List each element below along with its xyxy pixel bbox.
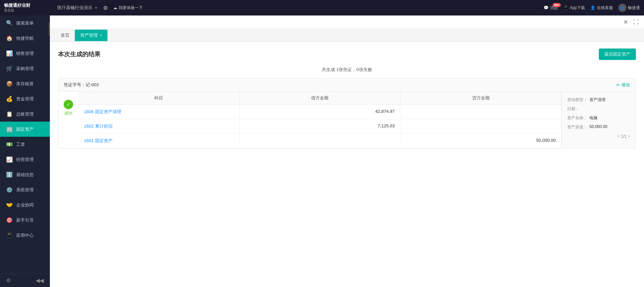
subject-cell-2[interactable]: 1602 累计折旧 bbox=[79, 119, 240, 133]
scrollbar-thumb[interactable] bbox=[49, 22, 50, 36]
sidebar-item-purchase[interactable]: 🛒 采购管理 bbox=[0, 61, 50, 76]
tab-close-icon[interactable]: × bbox=[100, 33, 102, 38]
sidebar-item-label: 库存核算 bbox=[16, 81, 34, 87]
date-label: 日期： bbox=[567, 106, 579, 112]
credit-cell-2 bbox=[400, 119, 561, 133]
search-icon: 🔍 bbox=[6, 20, 13, 26]
credit-cell-1 bbox=[400, 105, 561, 119]
original-value-row: 资产原值： 50,000.00 bbox=[567, 124, 630, 130]
expand-panel-button[interactable]: ⛶ bbox=[632, 19, 640, 26]
basic-info-icon: ℹ️ bbox=[6, 171, 13, 178]
logo-subtitle: 普及版 bbox=[4, 8, 14, 13]
voucher-card: 凭证字号：记-003 ✏ 修改 ✓ 成功 bbox=[58, 78, 636, 149]
avatar: 👤 bbox=[618, 4, 626, 12]
status-column: ✓ 成功 bbox=[58, 92, 79, 148]
fixed-assets-icon: 🏢 bbox=[6, 126, 13, 132]
page-header: 本次生成的结果 返回固定资产 bbox=[58, 49, 636, 60]
app-center-icon: 📱 bbox=[6, 232, 13, 238]
sidebar-item-label: 新手引导 bbox=[16, 217, 34, 223]
sidebar-item-operations[interactable]: 📈 经营管理 bbox=[0, 152, 50, 167]
experience-button[interactable]: ☁ 我要体验一下 bbox=[113, 5, 143, 11]
sidebar-item-fund[interactable]: 💰 资金管理 bbox=[0, 91, 50, 106]
sidebar-item-search[interactable]: 🔍 搜索菜单 bbox=[0, 15, 50, 31]
table-row: 1606 固定资产清理 42,874.97 bbox=[79, 105, 561, 119]
voucher-header: 凭证字号：记-003 ✏ 修改 bbox=[58, 78, 636, 92]
col-debit: 借方金额 bbox=[240, 92, 401, 105]
sidebar-item-basic-info[interactable]: ℹ️ 基础信息 bbox=[0, 167, 50, 182]
sidebar-item-label: 应用中心 bbox=[16, 232, 34, 238]
app-download-label: App下载 bbox=[570, 5, 585, 11]
main-layout: 🔍 搜索菜单 🏠 快捷导航 📊 销售管理 🛒 采购管理 📦 库存核算 💰 bbox=[0, 15, 644, 287]
sidebar-item-guide[interactable]: 🎯 新手引导 bbox=[0, 213, 50, 228]
top-header: 畅捷通好业财 普及版 医疗器械行业演示 ▼ ⚙ ☁ 我要体验一下 💬 消息 99… bbox=[0, 0, 644, 15]
salary-icon: 💵 bbox=[6, 141, 13, 148]
user-menu[interactable]: 👤 畅捷通 bbox=[618, 4, 640, 12]
header-right: 💬 消息 99+ 📱 App下载 👤 在线客服 👤 畅捷通 bbox=[544, 4, 640, 12]
sidebar-item-label: 总账管理 bbox=[16, 111, 34, 117]
company-selector[interactable]: 医疗器械行业演示 ▼ bbox=[57, 5, 98, 11]
system-icon: ⚙️ bbox=[6, 187, 13, 193]
sales-icon: 📊 bbox=[6, 50, 13, 57]
sidebar-item-salary[interactable]: 💵 工资 bbox=[0, 137, 50, 152]
user-name: 畅捷通 bbox=[628, 5, 640, 11]
cloud-icon: ☁ bbox=[113, 5, 117, 10]
table-row: 1602 累计折旧 7,125.03 bbox=[79, 119, 561, 134]
chevron-down-icon: ▼ bbox=[94, 6, 98, 10]
sidebar-collapse-button[interactable]: ◀◀ bbox=[36, 277, 44, 284]
sidebar-settings-icon[interactable]: ⚙ bbox=[6, 277, 11, 284]
return-button[interactable]: 返回固定资产 bbox=[599, 49, 636, 60]
logo-area: 畅捷通好业财 普及版 bbox=[4, 3, 54, 13]
sidebar-item-fixed-assets[interactable]: 🏢 固定资产 bbox=[0, 122, 50, 137]
change-type-value: 资产清理 bbox=[589, 97, 606, 103]
sidebar-item-sales[interactable]: 📊 销售管理 bbox=[0, 46, 50, 61]
next-page-button[interactable]: > bbox=[628, 134, 630, 139]
sidebar: 🔍 搜索菜单 🏠 快捷导航 📊 销售管理 🛒 采购管理 📦 库存核算 💰 bbox=[0, 15, 50, 287]
original-value-label: 资产原值： bbox=[567, 124, 587, 130]
header-center: 医疗器械行业演示 ▼ ⚙ ☁ 我要体验一下 bbox=[54, 3, 544, 12]
date-row: 日期： bbox=[567, 106, 630, 112]
sidebar-scroll: 🔍 搜索菜单 🏠 快捷导航 📊 销售管理 🛒 采购管理 📦 库存核算 💰 bbox=[0, 15, 50, 274]
online-service-button[interactable]: 👤 在线客服 bbox=[590, 5, 613, 11]
asset-name-row: 资产名称： 电脑 bbox=[567, 115, 630, 121]
message-button[interactable]: 💬 消息 99+ bbox=[544, 5, 558, 11]
purchase-icon: 🛒 bbox=[6, 65, 13, 72]
sidebar-item-label: 企业协同 bbox=[16, 202, 34, 208]
sidebar-item-label: 经营管理 bbox=[16, 157, 34, 163]
tab-home-label: 首页 bbox=[61, 33, 69, 38]
fund-icon: 💰 bbox=[6, 96, 13, 102]
message-icon: 💬 bbox=[544, 5, 549, 10]
sidebar-item-app-center[interactable]: 📱 应用中心 bbox=[0, 228, 50, 243]
download-icon: 📱 bbox=[563, 5, 569, 10]
sidebar-item-label: 采购管理 bbox=[16, 66, 34, 72]
page-title: 本次生成的结果 bbox=[58, 50, 100, 58]
sidebar-item-inventory[interactable]: 📦 库存核算 bbox=[0, 76, 50, 91]
experience-label: 我要体验一下 bbox=[119, 5, 143, 11]
subject-cell-1[interactable]: 1606 固定资产清理 bbox=[79, 105, 240, 119]
operations-icon: 📈 bbox=[6, 156, 13, 163]
service-icon: 👤 bbox=[590, 5, 595, 10]
prev-page-button[interactable]: < bbox=[618, 134, 620, 139]
close-panel-button[interactable]: ✕ bbox=[622, 18, 629, 26]
edit-label: 修改 bbox=[621, 82, 630, 88]
sidebar-item-label: 基础信息 bbox=[16, 172, 34, 178]
tab-home[interactable]: 首页 bbox=[55, 30, 75, 41]
sidebar-item-quick-nav[interactable]: 🏠 快捷导航 bbox=[0, 31, 50, 46]
success-icon: ✓ bbox=[64, 100, 73, 109]
guide-icon: 🎯 bbox=[6, 217, 13, 223]
col-subject: 科目 bbox=[79, 92, 240, 105]
sidebar-item-label: 搜索菜单 bbox=[16, 20, 34, 26]
app-download-button[interactable]: 📱 App下载 bbox=[563, 5, 585, 11]
ledger-icon: 📋 bbox=[6, 111, 13, 117]
subject-cell-3[interactable]: 1601 固定资产 bbox=[79, 134, 240, 148]
content-area: ✕ ⛶ 首页 资产管理 × 本次生成的结果 返回固定资产 共生成 1张凭证，0张… bbox=[50, 15, 644, 287]
sidebar-item-ledger[interactable]: 📋 总账管理 bbox=[0, 106, 50, 122]
inventory-icon: 📦 bbox=[6, 81, 13, 87]
page-content: 本次生成的结果 返回固定资产 共生成 1张凭证，0张失败 凭证字号：记-003 … bbox=[50, 42, 644, 287]
tab-asset-management[interactable]: 资产管理 × bbox=[75, 30, 108, 41]
sidebar-item-system[interactable]: ⚙️ 系统管理 bbox=[0, 182, 50, 197]
settings-button[interactable]: ⚙ bbox=[102, 3, 109, 12]
sidebar-item-cooperation[interactable]: 🤝 企业协同 bbox=[0, 197, 50, 213]
sidebar-item-label: 系统管理 bbox=[16, 187, 34, 193]
edit-button[interactable]: ✏ 修改 bbox=[616, 82, 630, 88]
sidebar-item-label: 快捷导航 bbox=[16, 35, 34, 41]
